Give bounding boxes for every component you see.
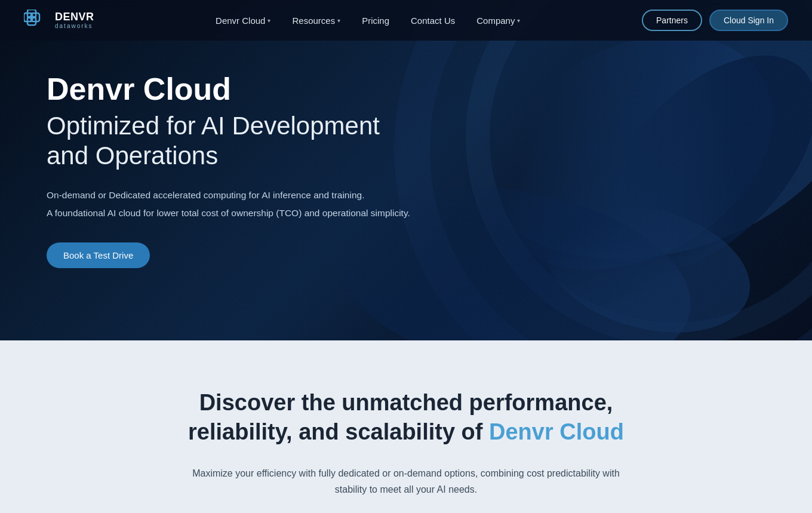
hero-description-2: A foundational AI cloud for lower total … <box>47 206 418 221</box>
nav-links: Denvr Cloud ▾ Resources ▾ Pricing Contac… <box>216 16 520 26</box>
hero-title-sub: Optimized for AI Development and Operati… <box>47 111 418 171</box>
hero-section: Denvr Cloud Optimized for AI Development… <box>0 0 812 340</box>
chevron-icon: ▾ <box>337 17 340 24</box>
nav-item-denvr-cloud[interactable]: Denvr Cloud ▾ <box>216 16 270 26</box>
book-test-drive-button[interactable]: Book a Test Drive <box>47 242 150 268</box>
chevron-icon: ▾ <box>517 17 520 24</box>
nav-item-resources[interactable]: Resources ▾ <box>292 16 340 26</box>
lower-title: Discover the unmatched performance, reli… <box>179 388 633 447</box>
lower-title-highlight: Denvr Cloud <box>489 419 624 444</box>
lower-section: Discover the unmatched performance, reli… <box>0 340 812 513</box>
cloud-sign-in-button[interactable]: Cloud Sign In <box>709 10 788 31</box>
nav-item-pricing[interactable]: Pricing <box>362 16 389 26</box>
navbar: DENVR dataworks Denvr Cloud ▾ Resources … <box>0 0 812 41</box>
nav-actions: Partners Cloud Sign In <box>642 10 788 31</box>
nav-item-company[interactable]: Company ▾ <box>476 16 520 26</box>
logo[interactable]: DENVR dataworks <box>24 10 94 31</box>
logo-icon <box>24 10 49 31</box>
lower-description: Maximize your efficiency with fully dedi… <box>179 465 633 497</box>
partners-button[interactable]: Partners <box>642 10 702 31</box>
logo-sub: dataworks <box>55 23 94 29</box>
hero-description-1: On-demand or Dedicated accelerated compu… <box>47 188 418 203</box>
hero-title-main: Denvr Cloud <box>47 72 418 106</box>
logo-name: DENVR <box>55 11 94 23</box>
logo-text: DENVR dataworks <box>55 11 94 30</box>
chevron-icon: ▾ <box>267 17 270 24</box>
nav-item-contact[interactable]: Contact Us <box>411 16 455 26</box>
hero-content: Denvr Cloud Optimized for AI Development… <box>0 72 418 269</box>
